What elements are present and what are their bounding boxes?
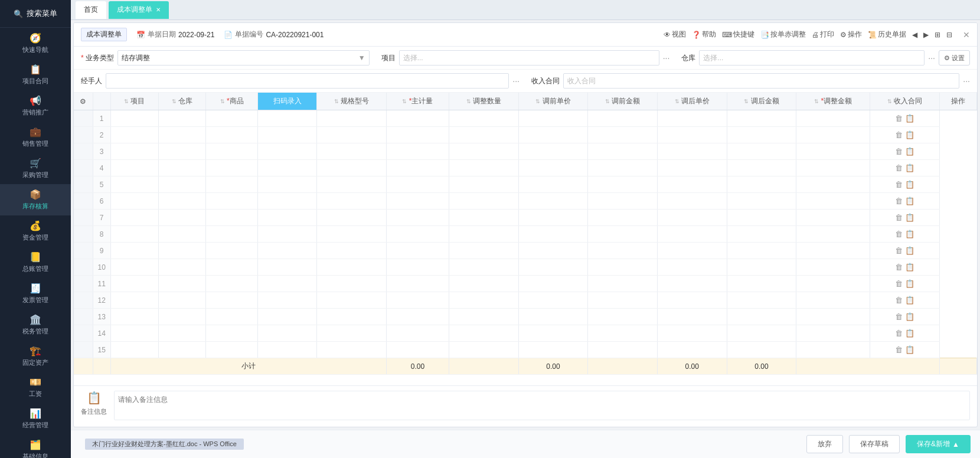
delete-icon[interactable]: 🗑 bbox=[895, 329, 903, 338]
table-cell[interactable] bbox=[588, 226, 658, 243]
sidebar-item-base-info[interactable]: 🗂️ 基础信息 bbox=[0, 434, 71, 458]
table-cell[interactable] bbox=[158, 226, 206, 243]
table-cell[interactable] bbox=[206, 210, 258, 226]
biz-type-select[interactable]: 结存调整 ▼ bbox=[117, 50, 370, 66]
grid-icon[interactable]: ⊟ bbox=[946, 31, 952, 39]
copy-icon[interactable]: 📋 bbox=[905, 213, 914, 222]
table-cell[interactable] bbox=[158, 276, 206, 292]
table-cell[interactable] bbox=[158, 309, 206, 325]
table-cell[interactable] bbox=[727, 325, 796, 342]
table-cell[interactable] bbox=[257, 210, 316, 226]
delete-icon[interactable]: 🗑 bbox=[895, 213, 903, 222]
copy-icon[interactable]: 📋 bbox=[905, 147, 914, 156]
table-cell[interactable] bbox=[317, 292, 387, 309]
table-cell[interactable] bbox=[317, 110, 387, 127]
table-cell[interactable] bbox=[588, 193, 658, 210]
table-cell[interactable] bbox=[317, 210, 387, 226]
table-cell[interactable] bbox=[206, 226, 258, 243]
table-cell[interactable] bbox=[518, 309, 588, 325]
table-cell[interactable] bbox=[588, 325, 658, 342]
table-cell[interactable] bbox=[110, 110, 158, 127]
table-cell[interactable] bbox=[110, 292, 158, 309]
notes-input[interactable] bbox=[114, 391, 970, 420]
delete-icon[interactable]: 🗑 bbox=[895, 180, 903, 189]
table-cell[interactable] bbox=[518, 143, 588, 160]
table-cell[interactable] bbox=[386, 276, 449, 292]
delete-icon[interactable]: 🗑 bbox=[895, 263, 903, 271]
table-cell[interactable] bbox=[727, 342, 796, 358]
table-cell[interactable] bbox=[158, 193, 206, 210]
table-cell[interactable] bbox=[518, 259, 588, 276]
table-cell[interactable] bbox=[110, 226, 158, 243]
table-cell[interactable] bbox=[518, 226, 588, 243]
table-cell[interactable] bbox=[386, 325, 449, 342]
table-cell[interactable] bbox=[588, 210, 658, 226]
table-cell[interactable] bbox=[110, 309, 158, 325]
table-cell[interactable] bbox=[158, 342, 206, 358]
table-cell[interactable] bbox=[657, 176, 727, 193]
project-select[interactable]: 选择... bbox=[399, 50, 659, 66]
sidebar-item-inventory[interactable]: 📦 库存核算 bbox=[0, 184, 71, 215]
table-cell[interactable] bbox=[449, 160, 519, 176]
tab-close-icon[interactable]: ✕ bbox=[156, 6, 161, 13]
table-cell[interactable] bbox=[386, 110, 449, 127]
table-cell[interactable] bbox=[317, 193, 387, 210]
table-cell[interactable] bbox=[657, 259, 727, 276]
table-cell[interactable] bbox=[206, 325, 258, 342]
table-cell[interactable] bbox=[588, 127, 658, 143]
table-cell[interactable] bbox=[657, 292, 727, 309]
table-cell[interactable] bbox=[518, 342, 588, 358]
table-cell[interactable] bbox=[449, 276, 519, 292]
table-cell[interactable] bbox=[158, 110, 206, 127]
table-cell[interactable] bbox=[588, 309, 658, 325]
table-cell[interactable] bbox=[449, 193, 519, 210]
action-shortcut[interactable]: ⌨ 快捷键 bbox=[722, 30, 754, 40]
delete-icon[interactable]: 🗑 bbox=[895, 163, 903, 172]
taskbar-item[interactable]: 木门行业好业财处理方案-墨红红.doc - WPS Office bbox=[85, 439, 244, 450]
action-view[interactable]: 👁 视图 bbox=[664, 30, 686, 40]
income-contract-select[interactable]: 收入合同 bbox=[563, 73, 959, 89]
table-cell[interactable] bbox=[657, 127, 727, 143]
action-ops[interactable]: ⚙ 操作 bbox=[840, 30, 862, 40]
table-cell[interactable] bbox=[727, 143, 796, 160]
table-cell[interactable] bbox=[257, 276, 316, 292]
table-cell[interactable] bbox=[257, 127, 316, 143]
table-cell[interactable] bbox=[588, 243, 658, 259]
discard-button[interactable]: 放弃 bbox=[806, 435, 843, 453]
table-cell[interactable] bbox=[206, 193, 258, 210]
table-cell[interactable] bbox=[727, 226, 796, 243]
table-cell[interactable] bbox=[158, 176, 206, 193]
table-cell[interactable] bbox=[386, 176, 449, 193]
table-cell[interactable] bbox=[727, 259, 796, 276]
table-cell[interactable] bbox=[449, 110, 519, 127]
table-cell[interactable] bbox=[727, 292, 796, 309]
table-cell[interactable] bbox=[317, 226, 387, 243]
table-cell[interactable] bbox=[317, 143, 387, 160]
table-cell[interactable] bbox=[657, 309, 727, 325]
nav-prev[interactable]: ◀ bbox=[912, 31, 917, 39]
table-cell[interactable] bbox=[518, 110, 588, 127]
table-cell[interactable] bbox=[518, 127, 588, 143]
action-adjust[interactable]: 📑 按单赤调整 bbox=[760, 30, 806, 40]
nav-next[interactable]: ▶ bbox=[923, 31, 929, 39]
sidebar-item-sales[interactable]: 💼 销售管理 bbox=[0, 122, 71, 153]
table-cell[interactable] bbox=[727, 193, 796, 210]
copy-icon[interactable]: 📋 bbox=[905, 312, 914, 321]
table-cell[interactable] bbox=[588, 342, 658, 358]
copy-icon[interactable]: 📋 bbox=[905, 197, 914, 205]
tab-cost-adjust[interactable]: 成本调整单 ✕ bbox=[109, 1, 169, 19]
table-cell[interactable] bbox=[518, 243, 588, 259]
table-cell[interactable] bbox=[449, 226, 519, 243]
warehouse-dots[interactable]: ··· bbox=[928, 53, 935, 63]
table-cell[interactable] bbox=[317, 160, 387, 176]
table-cell[interactable] bbox=[796, 127, 870, 143]
copy-icon[interactable]: 📋 bbox=[905, 345, 914, 354]
table-cell[interactable] bbox=[386, 226, 449, 243]
table-cell[interactable] bbox=[386, 243, 449, 259]
table-cell[interactable] bbox=[110, 193, 158, 210]
project-dots[interactable]: ··· bbox=[663, 53, 670, 63]
close-window-btn[interactable]: ✕ bbox=[963, 30, 970, 40]
copy-icon[interactable]: 📋 bbox=[905, 180, 914, 189]
table-cell[interactable] bbox=[206, 176, 258, 193]
copy-icon[interactable]: 📋 bbox=[905, 263, 914, 271]
